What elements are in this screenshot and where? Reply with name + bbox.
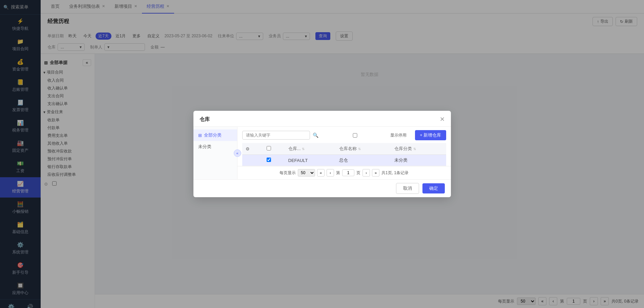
modal-last-btn[interactable]: »: [372, 169, 379, 177]
modal-prev-btn[interactable]: ‹: [327, 169, 334, 177]
modal-title: 仓库: [200, 116, 210, 123]
modal-footer: 取消 确定: [193, 179, 451, 197]
modal-page-label: 页: [356, 170, 360, 176]
modal-table-wrap: ⚙ 仓库... ⇅ 仓库名称: [237, 143, 451, 166]
row-checkbox-cell: [263, 155, 285, 166]
modal-add-button[interactable]: + 新增仓库: [415, 130, 446, 140]
modal-overlay: 仓库 ✕ ⊞ 全部分类 未分类 «: [0, 0, 644, 308]
modal-first-btn[interactable]: «: [317, 169, 325, 177]
modal-body: ⊞ 全部分类 未分类 « 🔍 显示停用: [193, 127, 451, 179]
modal-search-button[interactable]: 🔍: [313, 132, 318, 138]
modal-category-all[interactable]: ⊞ 全部分类: [193, 129, 237, 141]
col-category[interactable]: 仓库分类 ⇅: [391, 143, 446, 155]
col-name[interactable]: 仓库名称 ⇅: [336, 143, 391, 155]
modal-page-input[interactable]: [342, 169, 354, 176]
col-settings: ⚙: [242, 143, 263, 155]
modal-table: ⚙ 仓库... ⇅ 仓库名称: [242, 143, 446, 166]
modal-per-page-label: 每页显示: [279, 170, 296, 176]
row-name-cell: 总仓: [336, 155, 391, 166]
modal-per-page-select[interactable]: 50 100: [298, 169, 315, 177]
modal-search: 🔍 显示停用: [242, 131, 407, 140]
row-code-cell: DEFAULT: [285, 155, 336, 166]
modal-next-btn[interactable]: ›: [362, 169, 370, 177]
modal-page-prefix: 第: [336, 170, 340, 176]
modal-sidebar: ⊞ 全部分类 未分类 «: [193, 127, 237, 179]
row-checkbox[interactable]: [267, 158, 271, 162]
modal-total-label: 共1页, 1条记录: [381, 170, 409, 176]
show-disabled-text: 显示停用: [390, 132, 407, 138]
modal-main: 🔍 显示停用 + 新增仓库 ⚙: [237, 127, 451, 179]
sort-icon-name: ⇅: [358, 147, 361, 151]
modal-pagination: 每页显示 50 100 « ‹ 第 页 › » 共1页, 1条记录: [237, 166, 451, 179]
modal-close-button[interactable]: ✕: [440, 116, 445, 123]
modal-header: 仓库 ✕: [193, 111, 451, 127]
warehouse-modal: 仓库 ✕ ⊞ 全部分类 未分类 «: [193, 111, 451, 197]
modal-category-all-label: 全部分类: [204, 132, 222, 138]
row-settings-cell: [242, 155, 263, 166]
sort-icon-code: ⇅: [302, 147, 305, 151]
col-checkbox: [263, 143, 285, 155]
select-all-checkbox[interactable]: [267, 146, 271, 150]
modal-search-input[interactable]: [242, 131, 310, 140]
col-code[interactable]: 仓库... ⇅: [285, 143, 336, 155]
modal-toolbar: 🔍 显示停用 + 新增仓库: [237, 127, 451, 143]
sort-icon-category: ⇅: [413, 147, 416, 151]
settings-header-icon[interactable]: ⚙: [246, 146, 250, 151]
cancel-button[interactable]: 取消: [396, 183, 419, 194]
modal-sidebar-collapse-btn[interactable]: «: [234, 149, 241, 157]
show-disabled-checkbox[interactable]: [321, 133, 389, 138]
grid-icon-small: ⊞: [198, 133, 202, 138]
confirm-button[interactable]: 确定: [422, 183, 445, 193]
modal-category-uncat[interactable]: 未分类: [193, 141, 237, 152]
table-row[interactable]: DEFAULT 总仓 未分类: [242, 155, 446, 166]
row-category-cell: 未分类: [391, 155, 446, 166]
show-disabled-label[interactable]: 显示停用: [321, 132, 407, 138]
modal-category-uncat-label: 未分类: [198, 144, 211, 150]
